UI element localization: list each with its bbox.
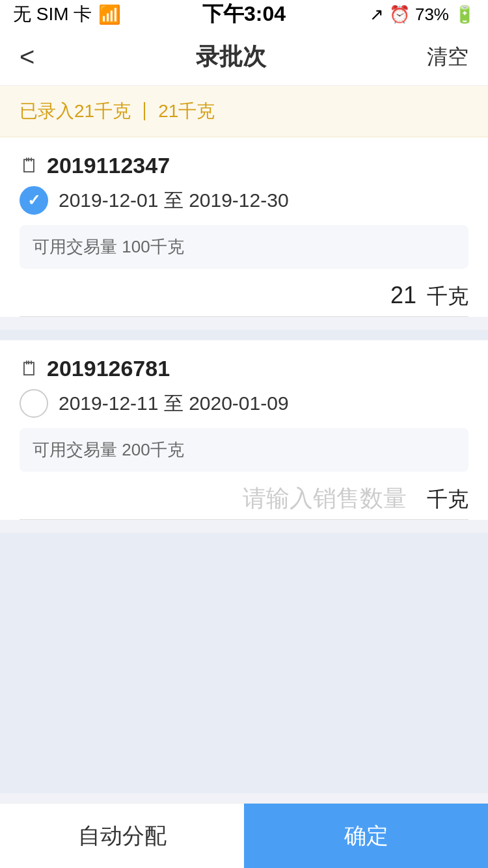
battery-icon: 🔋 [454, 5, 475, 25]
batch-item-2: 🗒 2019126781 2019-12-11 至 2020-01-09 可用交… [0, 340, 488, 520]
bottom-bar: 自动分配 确定 [0, 803, 488, 868]
amount-unit-1: 千克 [427, 282, 468, 311]
status-left: 无 SIM 卡 📶 [13, 2, 121, 27]
status-right: ↗ ⏰ 73% 🔋 [370, 5, 475, 25]
content-area: 🗒 2019112347 2019-12-01 至 2019-12-30 可用交… [0, 137, 488, 858]
auto-distribute-button[interactable]: 自动分配 [0, 804, 244, 868]
battery-text: 73% [415, 5, 449, 25]
amount-row-2: 千克 [0, 472, 488, 514]
batch-item-1: 🗒 2019112347 2019-12-01 至 2019-12-30 可用交… [0, 137, 488, 317]
batch-date-row-2: 2019-12-11 至 2020-01-09 [20, 389, 468, 418]
batch-header-area-1: 🗒 2019112347 2019-12-01 至 2019-12-30 可用交… [0, 137, 488, 269]
batch-inner-1: 🗒 2019112347 2019-12-01 至 2019-12-30 可用交… [0, 137, 488, 317]
status-time: 下午3:04 [202, 0, 286, 29]
summary-bar: 已录入21千克 21千克 [0, 86, 488, 137]
amount-underline-1 [20, 316, 468, 317]
amount-value-1: 21 [390, 282, 416, 309]
batch-checkbox-2[interactable] [20, 389, 48, 418]
batch-header-area-2: 🗒 2019126781 2019-12-11 至 2020-01-09 可用交… [0, 340, 488, 472]
amount-row-1: 21 千克 [0, 269, 488, 311]
batch-date-row-1: 2019-12-01 至 2019-12-30 [20, 186, 468, 215]
total-label: 21千克 [158, 99, 215, 124]
carrier-text: 无 SIM 卡 [13, 2, 92, 27]
available-qty-2: 可用交易量 200千克 [20, 428, 468, 472]
batch-number-2: 2019126781 [47, 356, 170, 381]
back-button[interactable]: < [20, 42, 34, 72]
nav-bar: < 录批次 清空 [0, 29, 488, 86]
page-title: 录批次 [196, 41, 266, 73]
batch-date-2: 2019-12-11 至 2020-01-09 [59, 390, 289, 417]
location-icon: ↗ [370, 5, 384, 25]
clear-button[interactable]: 清空 [427, 43, 468, 72]
summary-divider [144, 102, 145, 120]
empty-area [0, 533, 488, 793]
wifi-icon: 📶 [98, 4, 121, 25]
batch-checkbox-1[interactable] [20, 186, 48, 215]
recorded-label: 已录入21千克 [20, 99, 131, 124]
batch-doc-icon-1: 🗒 [20, 155, 39, 177]
batch-header-1: 🗒 2019112347 [20, 153, 468, 178]
status-bar: 无 SIM 卡 📶 下午3:04 ↗ ⏰ 73% 🔋 [0, 0, 488, 29]
available-qty-1: 可用交易量 100千克 [20, 225, 468, 269]
sales-qty-input-2[interactable] [20, 485, 416, 512]
amount-underline-2 [20, 519, 468, 520]
alarm-icon: ⏰ [389, 5, 410, 25]
batch-doc-icon-2: 🗒 [20, 358, 39, 380]
batch-number-1: 2019112347 [47, 153, 170, 178]
batch-date-1: 2019-12-01 至 2019-12-30 [59, 187, 289, 214]
amount-unit-2: 千克 [427, 485, 468, 514]
batch-separator [0, 330, 488, 340]
confirm-button[interactable]: 确定 [244, 804, 488, 868]
batch-header-2: 🗒 2019126781 [20, 356, 468, 381]
